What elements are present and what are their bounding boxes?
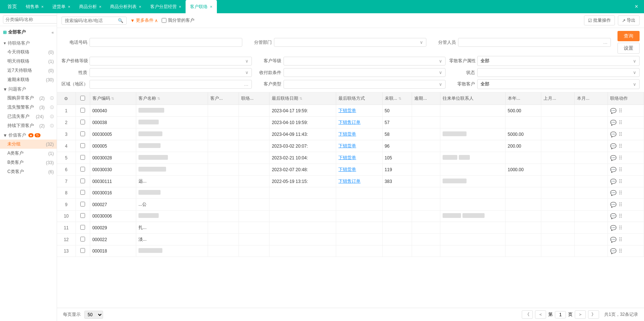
- th-checkbox[interactable]: [75, 92, 90, 105]
- sidebar-search-input[interactable]: [3, 15, 57, 24]
- adv-status-select[interactable]: ∨: [477, 68, 640, 77]
- th-lastmonth[interactable]: 上月...: [541, 92, 575, 105]
- th-contact[interactable]: 联络...: [239, 92, 270, 105]
- action-more-icon[interactable]: ⠿: [619, 190, 622, 196]
- cell-lastway[interactable]: 下销货单: [336, 152, 382, 164]
- action-chat-icon[interactable]: 💬: [610, 225, 616, 231]
- action-more-icon[interactable]: ⠿: [619, 108, 622, 114]
- action-chat-icon[interactable]: 💬: [610, 143, 616, 149]
- cell-cb[interactable]: [75, 176, 90, 187]
- close-salesorder-icon[interactable]: ×: [41, 4, 43, 9]
- next-page-btn[interactable]: ＞: [575, 310, 586, 319]
- cell-cb[interactable]: [75, 128, 90, 140]
- action-chat-icon[interactable]: 💬: [610, 155, 616, 161]
- adv-region-select[interactable]: …: [89, 80, 252, 89]
- action-more-icon[interactable]: ⠿: [619, 155, 622, 161]
- cell-cb[interactable]: [75, 105, 90, 117]
- cell-cb[interactable]: [75, 152, 90, 164]
- sidebar-collapse-icon[interactable]: «: [52, 30, 54, 35]
- action-more-icon[interactable]: ⠿: [619, 167, 622, 173]
- close-productanalysis-icon[interactable]: ×: [99, 4, 101, 9]
- tab-home[interactable]: 首页: [3, 3, 21, 10]
- cell-cb[interactable]: [75, 246, 90, 257]
- sidebar-item-today[interactable]: 今天待联络(0): [0, 47, 57, 57]
- sidebar-item-tomorrow[interactable]: 明天待联络(1): [0, 57, 57, 66]
- cell-cb[interactable]: [75, 222, 90, 234]
- tab-customersegment[interactable]: 客户分层经营 ×: [146, 0, 186, 13]
- filter-search-input[interactable]: [65, 18, 116, 23]
- cell-lastway[interactable]: 下销货单: [336, 105, 382, 117]
- cell-cb[interactable]: [75, 234, 90, 246]
- close-customercontact-icon[interactable]: ×: [210, 4, 212, 9]
- page-input[interactable]: [555, 311, 566, 318]
- sidebar-group-value-title[interactable]: ▼ 价值客户 ● ↻: [0, 130, 57, 140]
- cell-lastway[interactable]: 下销售订单: [336, 117, 382, 128]
- action-chat-icon[interactable]: 💬: [610, 120, 616, 126]
- action-more-icon[interactable]: ⠿: [619, 202, 622, 208]
- action-chat-icon[interactable]: 💬: [610, 190, 616, 196]
- settings-gear-icon[interactable]: ⚙: [64, 96, 68, 101]
- query-button[interactable]: 查询: [617, 31, 640, 41]
- th-code[interactable]: 客户编码 ⇅: [90, 92, 136, 105]
- action-chat-icon[interactable]: 💬: [610, 213, 616, 219]
- sidebar-item-churned[interactable]: 已流失客户(24) ⓘ: [0, 112, 57, 121]
- cell-cb[interactable]: [75, 140, 90, 152]
- th-days[interactable]: 未联... ⇅: [382, 92, 412, 105]
- sidebar-item-nogroup[interactable]: 未分组(32): [0, 140, 57, 149]
- filter-search-box[interactable]: 🔍: [61, 17, 127, 25]
- adv-scatter-select[interactable]: 全部∨: [477, 79, 640, 89]
- sidebar-item-overdue[interactable]: 逾期未联络(30): [0, 75, 57, 84]
- sidebar-item-churnwarning[interactable]: 流失预警客户(3) ⓘ: [0, 103, 57, 112]
- tab-customercontact[interactable]: 客户联络 ×: [186, 0, 217, 13]
- filter-more-btn[interactable]: ▼ 更多条件 ∧: [130, 17, 158, 24]
- action-more-icon[interactable]: ⠿: [619, 143, 622, 149]
- batch-op-button[interactable]: ☑ 批量操作: [584, 15, 615, 25]
- sidebar-all-customers[interactable]: ⊞ 全部客户 «: [0, 26, 57, 38]
- cell-cb[interactable]: [75, 117, 90, 128]
- action-more-icon[interactable]: ⠿: [619, 120, 622, 126]
- action-more-icon[interactable]: ⠿: [619, 131, 622, 137]
- cell-lastway[interactable]: [336, 187, 382, 199]
- action-chat-icon[interactable]: 💬: [610, 202, 616, 208]
- first-page-btn[interactable]: 《: [522, 310, 533, 319]
- cell-lastway[interactable]: [336, 211, 382, 222]
- cell-lastway[interactable]: [336, 199, 382, 211]
- action-chat-icon[interactable]: 💬: [610, 131, 616, 137]
- cell-cb[interactable]: [75, 164, 90, 176]
- action-chat-icon[interactable]: 💬: [610, 248, 616, 254]
- action-more-icon[interactable]: ⠿: [619, 237, 622, 243]
- close-purchaseorder-icon[interactable]: ×: [68, 4, 70, 9]
- tab-productanalysis[interactable]: 商品分析 ×: [75, 0, 106, 13]
- sidebar-item-b-type[interactable]: B类客户(33): [0, 158, 57, 167]
- action-more-icon[interactable]: ⠿: [619, 179, 622, 184]
- sidebar-item-c-type[interactable]: C类客户(6): [0, 167, 57, 176]
- tab-salesorder[interactable]: 销售单 ×: [21, 0, 48, 13]
- adv-manager-select[interactable]: …: [458, 38, 611, 47]
- th-lastway[interactable]: 最后联络方式: [336, 92, 382, 105]
- prev-page-btn[interactable]: ＜: [535, 310, 546, 319]
- sidebar-item-hoarding[interactable]: 囤购异常客户(2) ⓘ: [0, 94, 57, 103]
- th-type[interactable]: 客户...: [208, 92, 239, 105]
- th-overdue[interactable]: 逾期...: [412, 92, 440, 105]
- sidebar-item-declining[interactable]: 持续下滑客户(2) ⓘ: [0, 121, 57, 130]
- export-button[interactable]: ↗ 导出: [618, 15, 640, 25]
- close-all-icon[interactable]: ×: [632, 3, 641, 10]
- close-productanalysislist-icon[interactable]: ×: [139, 4, 141, 9]
- filter-mine-checkbox[interactable]: 我分管的客户: [162, 17, 194, 24]
- th-thismonth[interactable]: 本月...: [574, 92, 608, 105]
- cell-cb[interactable]: [75, 199, 90, 211]
- mine-checkbox[interactable]: [162, 18, 166, 23]
- cell-lastway[interactable]: 下销货单: [336, 164, 382, 176]
- sidebar-group-problem-title[interactable]: ▼ 问题客户: [0, 84, 57, 94]
- sidebar-item-a-type[interactable]: A类客户(1): [0, 149, 57, 158]
- action-chat-icon[interactable]: 💬: [610, 108, 616, 114]
- th-settings[interactable]: ⚙: [57, 92, 75, 105]
- cell-lastway[interactable]: 下销售订单: [336, 176, 382, 187]
- tab-productanalysislist[interactable]: 商品分析列表 ×: [106, 0, 145, 13]
- th-partner[interactable]: 往来单位联系人: [440, 92, 505, 105]
- sidebar-item-7days[interactable]: 近7天待联络(0): [0, 66, 57, 75]
- cell-cb[interactable]: [75, 211, 90, 222]
- cell-lastway[interactable]: [336, 222, 382, 234]
- th-name[interactable]: 客户名称 ⇅: [136, 92, 208, 105]
- reset-button[interactable]: 设置: [617, 43, 640, 54]
